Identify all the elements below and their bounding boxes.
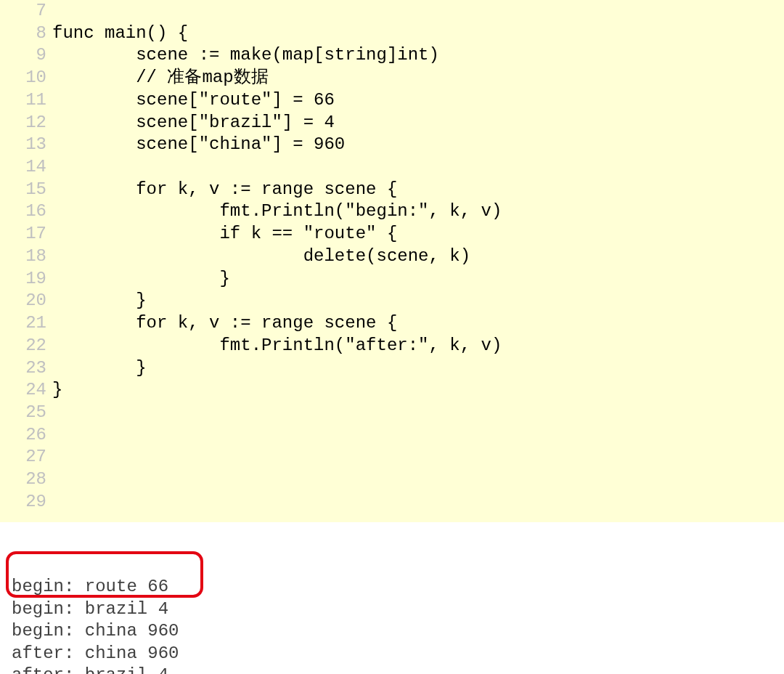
line-number: 28 [0, 468, 52, 491]
code-text[interactable]: scene["china"] = 960 [52, 134, 784, 156]
code-line[interactable]: 8func main() { [0, 23, 784, 45]
code-line[interactable]: 18 delete(scene, k) [0, 245, 784, 268]
line-number: 19 [0, 268, 52, 291]
code-line[interactable]: 28 [0, 468, 784, 491]
code-text[interactable] [52, 491, 784, 513]
line-number: 7 [0, 0, 52, 23]
code-line[interactable]: 13 scene["china"] = 960 [0, 134, 784, 156]
code-text[interactable] [52, 156, 784, 179]
program-output: begin: route 66begin: brazil 4begin: chi… [0, 522, 784, 674]
code-text[interactable]: scene["brazil"] = 4 [52, 112, 784, 134]
code-text[interactable]: for k, v := range scene { [52, 179, 784, 201]
line-number: 26 [0, 424, 52, 447]
code-line[interactable]: 24} [0, 379, 784, 402]
code-text[interactable]: delete(scene, k) [52, 245, 784, 268]
line-number: 17 [0, 223, 52, 245]
code-line[interactable]: 15 for k, v := range scene { [0, 179, 784, 201]
code-text[interactable]: if k == "route" { [52, 223, 784, 245]
output-line: after: brazil 4 [12, 665, 772, 674]
line-number: 25 [0, 402, 52, 424]
line-number: 22 [0, 335, 52, 357]
line-number: 29 [0, 491, 52, 513]
code-line[interactable]: 11 scene["route"] = 66 [0, 89, 784, 112]
code-line[interactable]: 12 scene["brazil"] = 4 [0, 112, 784, 134]
code-text[interactable]: } [52, 379, 784, 402]
code-line[interactable]: 19 } [0, 268, 784, 291]
output-line: begin: china 960 [12, 620, 772, 642]
line-number: 11 [0, 89, 52, 112]
code-line[interactable]: 16 fmt.Println("begin:", k, v) [0, 200, 784, 223]
code-text[interactable] [52, 446, 784, 468]
line-number: 16 [0, 200, 52, 223]
code-text[interactable]: } [52, 268, 784, 291]
code-line[interactable]: 17 if k == "route" { [0, 223, 784, 245]
line-number: 18 [0, 245, 52, 268]
line-number: 14 [0, 156, 52, 179]
code-text[interactable]: scene["route"] = 66 [52, 89, 784, 112]
line-number: 15 [0, 179, 52, 201]
code-line[interactable]: 23 } [0, 357, 784, 380]
code-line[interactable]: 26 [0, 424, 784, 447]
line-number: 21 [0, 312, 52, 335]
line-number: 23 [0, 357, 52, 380]
code-line[interactable]: 29 [0, 491, 784, 513]
line-number: 20 [0, 290, 52, 312]
code-line[interactable]: 27 [0, 446, 784, 468]
code-text[interactable] [52, 424, 784, 447]
line-number: 12 [0, 112, 52, 134]
line-number: 27 [0, 446, 52, 468]
code-line[interactable]: 21 for k, v := range scene { [0, 312, 784, 335]
output-line: begin: brazil 4 [12, 598, 772, 620]
code-text[interactable]: } [52, 290, 784, 312]
line-number: 8 [0, 23, 52, 45]
code-text[interactable]: fmt.Println("after:", k, v) [52, 335, 784, 357]
output-line: begin: route 66 [12, 576, 772, 598]
code-line[interactable]: 20 } [0, 290, 784, 312]
code-editor[interactable]: 78func main() {9 scene := make(map[strin… [0, 0, 784, 522]
code-text[interactable]: // 准备map数据 [52, 67, 784, 89]
code-text[interactable] [52, 468, 784, 491]
line-number: 10 [0, 67, 52, 89]
code-text[interactable] [52, 0, 784, 23]
output-line: after: china 960 [12, 643, 772, 665]
line-number: 24 [0, 379, 52, 402]
line-number: 13 [0, 134, 52, 156]
code-line[interactable]: 22 fmt.Println("after:", k, v) [0, 335, 784, 357]
code-text[interactable]: for k, v := range scene { [52, 312, 784, 335]
code-line[interactable]: 10 // 准备map数据 [0, 67, 784, 89]
code-text[interactable]: scene := make(map[string]int) [52, 44, 784, 67]
code-line[interactable]: 14 [0, 156, 784, 179]
code-text[interactable]: } [52, 357, 784, 380]
code-line[interactable]: 7 [0, 0, 784, 23]
code-line[interactable]: 25 [0, 402, 784, 424]
code-text[interactable]: func main() { [52, 23, 784, 45]
code-line[interactable]: 9 scene := make(map[string]int) [0, 44, 784, 67]
line-number: 9 [0, 44, 52, 67]
code-text[interactable]: fmt.Println("begin:", k, v) [52, 200, 784, 223]
code-text[interactable] [52, 402, 784, 424]
